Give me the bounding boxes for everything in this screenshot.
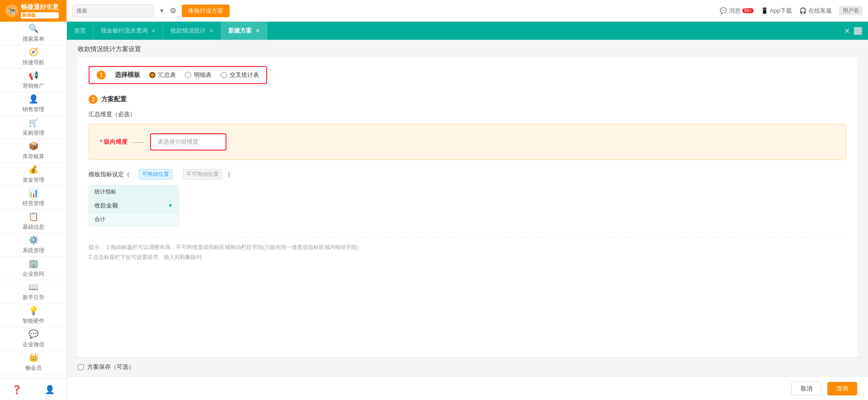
tips-section: 提示： 1.拖动标题栏可以调整布局，不可跨维度或指标区域拖动栏目字段(只能在同一… xyxy=(89,237,846,262)
step2-section: 2 方案配置 汇总维度（必选） * 纵向维度 —— 请选择分组维度 xyxy=(89,95,846,262)
close-window-icon[interactable]: ✕ xyxy=(844,27,850,35)
tab-bank-flow-label: 现金银行流水查询 xyxy=(101,27,148,35)
sidebar-help-icon[interactable]: ❓ xyxy=(0,379,33,400)
app-name: 畅捷通好生意 xyxy=(21,3,59,11)
save-checkbox[interactable] xyxy=(78,364,84,370)
sidebar-item-label: 基础信息 xyxy=(23,223,44,231)
message-item[interactable]: 💬 消息 99+ xyxy=(720,7,754,15)
step1-section: 1 选择模板 汇总表 明细表 xyxy=(89,66,846,84)
tab-new-plan-label: 新建方案 xyxy=(228,27,252,35)
stats-cell-amount[interactable]: 收款金额 ▼ xyxy=(89,199,179,213)
sidebar-item-basic[interactable]: 📋 基础信息 xyxy=(0,210,66,233)
header-dropdown[interactable]: ▼ xyxy=(159,8,165,14)
content-area: 收款情况统计方案设置 1 选择模板 汇总表 xyxy=(67,40,868,376)
sidebar-item-label: 快捷导航 xyxy=(23,59,44,66)
step2-title: 方案配置 xyxy=(101,95,127,104)
message-badge: 99+ xyxy=(742,8,754,13)
tip-line1: 提示： 1.拖动标题栏可以调整布局，不可跨维度或指标区域拖动栏目字段(只能在同一… xyxy=(89,243,846,253)
tip-line2: 2.点击标题栏下拉可设置排序、插入列和删除列 xyxy=(89,253,846,263)
template-radio-group: 汇总表 明细表 交叉统计表 xyxy=(149,71,259,79)
radio-detail-input[interactable] xyxy=(185,72,191,78)
cancel-button[interactable]: 取消 xyxy=(791,381,822,396)
radio-cross[interactable]: 交叉统计表 xyxy=(221,71,259,79)
sidebar-item-label: 经营管理 xyxy=(23,200,44,207)
tab-home[interactable]: 首页 xyxy=(67,22,94,40)
tab-receipts[interactable]: 收款情况统计 ✕ xyxy=(163,22,221,40)
sidebar-user-icon[interactable]: 👤 xyxy=(33,379,67,400)
service-icon: 🎧 xyxy=(799,7,807,14)
sidebar-item-finance[interactable]: 💰 资金管理 xyxy=(0,163,66,186)
purchase-icon: 🛒 xyxy=(28,118,38,127)
dimension-selector[interactable]: 请选择分组维度 xyxy=(150,133,226,151)
industry-btn[interactable]: 体验行业方案 xyxy=(182,5,230,17)
sidebar-item-enterprise[interactable]: 🏢 企业协同 xyxy=(0,257,66,280)
user-name-text: 用户名 xyxy=(843,7,859,14)
download-item[interactable]: 📱 App下载 xyxy=(761,7,792,15)
save-label: 方案保存（可选） xyxy=(87,363,134,371)
sidebar-item-marketing[interactable]: 📢 营销推广 xyxy=(0,69,66,92)
step1-title: 选择模板 xyxy=(115,71,140,79)
template-select-box: 1 选择模板 汇总表 明细表 xyxy=(89,66,267,84)
tab-bank-flow-close[interactable]: ✕ xyxy=(151,28,156,34)
sidebar-item-system[interactable]: ⚙️ 系统管理 xyxy=(0,233,66,257)
action-bar: 取消 查询 xyxy=(67,376,868,400)
query-button[interactable]: 查询 xyxy=(827,382,857,395)
sidebar-item-label: 系统管理 xyxy=(23,247,44,254)
tab-new-plan-close[interactable]: ✕ xyxy=(255,28,259,34)
stats-total-row: 合计 xyxy=(89,213,179,226)
dropdown-text: ▼ xyxy=(159,8,165,14)
sidebar-item-member[interactable]: 👑 畅会员 xyxy=(0,351,66,374)
sidebar-item-label: 采购管理 xyxy=(23,129,44,137)
tab-new-plan[interactable]: 新建方案 ✕ xyxy=(221,22,267,40)
wechat-icon: 💬 xyxy=(28,329,38,339)
tab-home-label: 首页 xyxy=(74,27,86,35)
finance-icon: 💰 xyxy=(28,165,38,174)
user-display[interactable]: 用户名 xyxy=(839,6,863,15)
dimension-title-text: 汇总维度（必选） xyxy=(89,111,136,118)
radio-summary-label: 汇总表 xyxy=(158,71,176,79)
maximize-icon[interactable]: ⬜ xyxy=(854,27,863,35)
sidebar-item-hardware[interactable]: 💡 智能硬件 xyxy=(0,304,66,327)
tab-receipts-label: 收款情况统计 xyxy=(170,27,206,35)
sidebar-item-guide[interactable]: 📖 新手引导 xyxy=(0,280,66,304)
download-icon: 📱 xyxy=(761,7,768,14)
sidebar-item-sales[interactable]: 👤 销售管理 xyxy=(0,92,66,116)
search-input[interactable] xyxy=(72,5,154,17)
tab-bank-flow[interactable]: 现金银行流水查询 ✕ xyxy=(94,22,163,40)
dimension-title: 汇总维度（必选） xyxy=(89,110,846,118)
dimension-area: * 纵向维度 —— 请选择分组维度 xyxy=(89,124,846,160)
sidebar-item-label: 资金管理 xyxy=(23,176,44,184)
sidebar-logo: 🐄 畅捷通好生意 标准版 xyxy=(0,0,66,22)
radio-detail[interactable]: 明细表 xyxy=(185,71,212,79)
radio-summary-input[interactable] xyxy=(149,72,156,78)
sidebar-item-inventory[interactable]: 📦 库存核算 xyxy=(0,139,66,163)
guide-icon: 📖 xyxy=(28,282,38,292)
message-label: 消息 xyxy=(729,7,741,15)
sidebar: 🐄 畅捷通好生意 标准版 🔍 搜索菜单 🧭 快捷导航 📢 营销推广 👤 销售管理… xyxy=(0,0,67,400)
sidebar-item-search[interactable]: 🔍 搜索菜单 xyxy=(0,22,66,45)
search-icon: 🔍 xyxy=(28,24,38,33)
step2-header: 2 方案配置 xyxy=(89,95,846,104)
stats-cell-chevron-icon[interactable]: ▼ xyxy=(168,202,173,209)
tab-receipts-close[interactable]: ✕ xyxy=(209,28,213,34)
radio-summary[interactable]: 汇总表 xyxy=(149,71,176,79)
sidebar-item-nav[interactable]: 🧭 快捷导航 xyxy=(0,45,66,69)
sidebar-item-management[interactable]: 📊 经营管理 xyxy=(0,186,66,210)
service-item[interactable]: 🎧 在线客服 xyxy=(799,7,832,15)
dimension-arrow: —— xyxy=(133,139,145,146)
sidebar-item-label: 营销推广 xyxy=(23,82,44,90)
sidebar-item-purchase[interactable]: 🛒 采购管理 xyxy=(0,116,66,139)
radio-cross-input[interactable] xyxy=(221,72,227,78)
dimension-placeholder: 请选择分组维度 xyxy=(157,138,198,146)
management-icon: 📊 xyxy=(28,188,38,198)
marketing-icon: 📢 xyxy=(28,71,38,80)
sidebar-item-label: 搜索菜单 xyxy=(23,35,44,43)
hardware-icon: 💡 xyxy=(28,306,38,315)
gear-icon[interactable]: ⚙ xyxy=(170,6,176,15)
page-title: 收款情况统计方案设置 xyxy=(67,40,868,57)
stats-cell-label: 收款金额 xyxy=(94,202,118,210)
sidebar-item-wechat[interactable]: 💬 企业微信 xyxy=(0,327,66,351)
download-label: App下载 xyxy=(770,7,792,15)
sidebar-item-label: 企业微信 xyxy=(23,341,44,348)
inventory-icon: 📦 xyxy=(28,141,38,151)
